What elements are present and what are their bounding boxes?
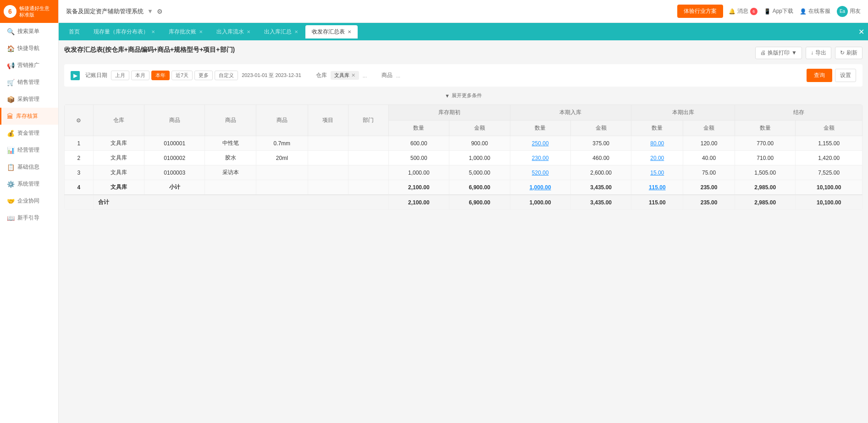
tab-inout-flow[interactable]: 出入库流水✕ xyxy=(210,25,257,38)
row2-num: 2 xyxy=(65,151,94,165)
warehouse-tag-close[interactable]: ✕ xyxy=(351,72,355,78)
th-bal-qty: 数量 xyxy=(735,121,796,136)
tab-inout-flow-close[interactable]: ✕ xyxy=(247,29,250,34)
date-btn-more[interactable]: 更多 xyxy=(194,71,213,80)
row2-goods-name: 胶水 xyxy=(205,151,256,165)
sidebar-item-collab[interactable]: 🤝企业协同 xyxy=(0,192,58,209)
warehouse-more[interactable]: ... xyxy=(363,73,367,78)
topbar-title: 装备及固定资产辅助管理系统 ▼ ⚙ xyxy=(66,7,672,16)
date-btn-group: 上月 本月 本年 近7天 更多 自定义 xyxy=(111,71,238,80)
tab-receipt-summary-close[interactable]: ✕ xyxy=(348,29,351,34)
tab-home[interactable]: 首页 xyxy=(62,25,86,38)
warehouse-tag[interactable]: 文具库 ✕ xyxy=(331,71,359,80)
date-btn-prev-month[interactable]: 上月 xyxy=(111,71,129,80)
goods-label: 商品 xyxy=(381,71,393,79)
sidebar-item-basic[interactable]: 📋基础信息 xyxy=(0,159,58,176)
sidebar-item-marketing[interactable]: 📢营销推广 xyxy=(0,57,58,74)
row2-out-qty[interactable]: 20.00 xyxy=(631,151,683,165)
tab-batch-ledger[interactable]: 库存批次账✕ xyxy=(162,25,209,38)
refresh-btn[interactable]: ↻ 刷新 xyxy=(835,47,862,59)
tab-inventory-dist-close[interactable]: ✕ xyxy=(151,29,155,34)
print-icon: 🖨 xyxy=(760,49,766,56)
sidebar-item-sales[interactable]: 🛒销售管理 xyxy=(0,74,58,91)
subtotal-bal-qty: 2,985.00 xyxy=(735,180,796,195)
date-label: 记账日期 xyxy=(85,71,107,79)
th-in: 本期入库 xyxy=(510,105,631,121)
collab-icon: 🤝 xyxy=(7,198,15,205)
notification-text: 消息 xyxy=(737,7,748,15)
setting-btn[interactable]: 设置 xyxy=(835,69,856,82)
query-btn[interactable]: 查询 xyxy=(807,69,832,82)
total-bal-qty: 2,985.00 xyxy=(735,195,796,210)
sidebar-item-label: 营销推广 xyxy=(17,61,39,69)
print-btn-label: 换版打印 xyxy=(768,49,790,57)
row1-warehouse: 文具库 xyxy=(93,136,144,151)
tabbar-close-btn[interactable]: ✕ xyxy=(858,27,864,36)
date-btn-custom[interactable]: 自定义 xyxy=(215,71,238,80)
expand-more-btn[interactable]: ▼ 展开更多条件 xyxy=(443,90,484,101)
export-btn-label: 导出 xyxy=(815,49,826,57)
row3-in-amt: 2,600.00 xyxy=(570,165,631,180)
row3-out-qty[interactable]: 15.00 xyxy=(631,165,683,180)
settings-icon[interactable]: ⚙ xyxy=(157,8,163,15)
sidebar-item-search[interactable]: 🔍搜索菜单 xyxy=(0,23,58,40)
subtotal-open-qty: 2,100.00 xyxy=(388,180,449,195)
sidebar-item-operation[interactable]: 📊经营管理 xyxy=(0,142,58,159)
refresh-icon: ↻ xyxy=(840,49,845,56)
filter-goods-section: 商品 ... xyxy=(381,71,400,79)
system-title: 装备及固定资产辅助管理系统 xyxy=(66,7,144,16)
row1-in-qty[interactable]: 250.00 xyxy=(510,136,570,151)
th-settings[interactable]: ⚙ xyxy=(65,105,94,136)
date-btn-this-month[interactable]: 本月 xyxy=(131,71,149,80)
tab-inout-summary[interactable]: 出入库汇总✕ xyxy=(258,25,304,38)
sidebar-item-label: 采购管理 xyxy=(17,95,39,103)
row1-num: 1 xyxy=(65,136,94,151)
sidebar-item-inventory[interactable]: 🏛库存核算 xyxy=(0,108,58,125)
table-row: 1 文具库 0100001 中性笔 0.7mm 600.00 900.00 25… xyxy=(65,136,862,151)
service-icon: 👤 xyxy=(800,8,807,15)
sidebar-item-label: 快捷导航 xyxy=(17,44,39,52)
total-in-amt: 3,435.00 xyxy=(570,195,631,210)
row2-in-qty[interactable]: 230.00 xyxy=(510,151,570,165)
warehouse-label: 仓库 xyxy=(316,71,327,79)
sidebar-item-label: 系统管理 xyxy=(17,180,39,188)
subtotal-row: 4 文具库 小计 2,100.00 6,900.00 1,000.00 3,43… xyxy=(65,180,862,195)
row3-in-qty[interactable]: 520.00 xyxy=(510,165,570,180)
tab-inventory-dist-label: 现存量（库存分布表） xyxy=(94,28,149,36)
sidebar-item-label: 资金管理 xyxy=(17,129,39,137)
tab-batch-ledger-close[interactable]: ✕ xyxy=(199,29,203,34)
subtotal-in-qty[interactable]: 1,000.00 xyxy=(510,180,570,195)
date-btn-this-year[interactable]: 本年 xyxy=(151,71,170,80)
warehouse-tag-text: 文具库 xyxy=(334,72,349,79)
app-download-action[interactable]: 📱 App下载 xyxy=(764,7,793,15)
notification-icon: 🔔 xyxy=(729,8,735,15)
tab-inventory-dist[interactable]: 现存量（库存分布表）✕ xyxy=(87,25,161,38)
print-btn[interactable]: 🖨 换版打印 ▼ xyxy=(755,47,802,59)
row1-open-qty: 600.00 xyxy=(388,136,449,151)
tab-receipt-summary[interactable]: 收发存汇总表✕ xyxy=(305,25,358,38)
filter-bar: ▶ 记账日期 上月 本月 本年 近7天 更多 自定义 2023-01-01 至 … xyxy=(64,64,862,87)
online-service-text: 在线客服 xyxy=(808,7,830,15)
user-action[interactable]: Ea 用友 xyxy=(837,6,861,17)
export-btn[interactable]: ↓ 导出 xyxy=(806,47,831,59)
sidebar-item-guide[interactable]: 📖新手引导 xyxy=(0,209,58,226)
sidebar-item-purchase[interactable]: 📦采购管理 xyxy=(0,91,58,108)
notification-action[interactable]: 🔔 消息 6 xyxy=(729,7,757,15)
row1-out-amt: 120.00 xyxy=(683,136,735,151)
app-download-text: App下载 xyxy=(773,7,793,15)
row2-out-amt: 40.00 xyxy=(683,151,735,165)
online-service-action[interactable]: 👤 在线客服 xyxy=(800,7,830,15)
sidebar-item-quick-nav[interactable]: 🏠快捷导航 xyxy=(0,40,58,57)
dropdown-arrow-icon[interactable]: ▼ xyxy=(147,8,153,15)
mobile-icon: 📱 xyxy=(764,8,771,15)
tab-inout-summary-close[interactable]: ✕ xyxy=(294,29,298,34)
username-text: 用友 xyxy=(850,7,861,15)
row1-out-qty[interactable]: 80.00 xyxy=(631,136,683,151)
sidebar-item-finance[interactable]: 💰资金管理 xyxy=(0,125,58,142)
goods-more[interactable]: ... xyxy=(396,73,400,78)
date-btn-7days[interactable]: 近7天 xyxy=(171,71,193,80)
trial-btn[interactable]: 体验行业方案 xyxy=(677,5,723,18)
subtotal-out-qty[interactable]: 115.00 xyxy=(631,180,683,195)
sidebar-item-system[interactable]: ⚙️系统管理 xyxy=(0,176,58,192)
filter-collapse-btn[interactable]: ▶ xyxy=(71,71,80,80)
